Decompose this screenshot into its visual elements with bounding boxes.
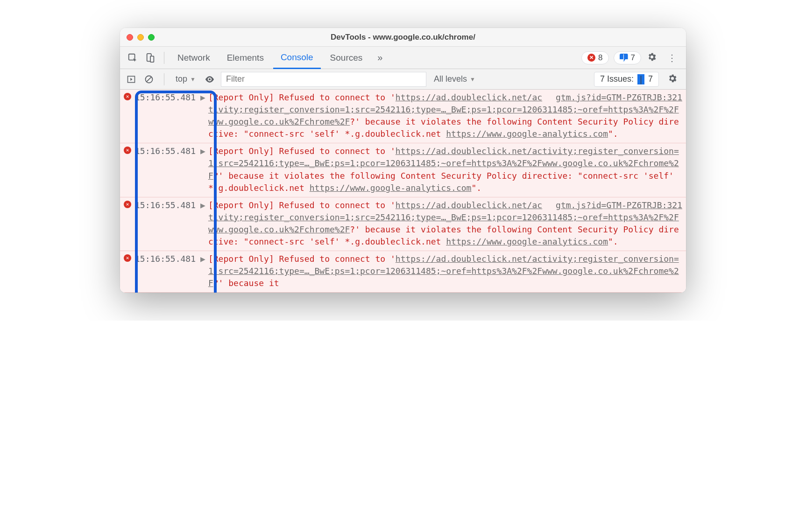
- console-area: ✕15:16:55.481▶gtm.js?id=GTM-PZ6TRJB:321[…: [120, 90, 686, 293]
- errors-badge[interactable]: ✕ 8: [581, 51, 608, 64]
- kebab-menu-icon[interactable]: ⋮: [663, 52, 681, 63]
- levels-label: All levels: [434, 74, 467, 84]
- expand-icon[interactable]: ▶: [199, 199, 208, 248]
- context-label: top: [176, 74, 187, 84]
- divider: [164, 73, 164, 85]
- message-text: [Report Only] Refused to connect to 'htt…: [208, 146, 679, 192]
- error-icon: ✕: [124, 199, 134, 248]
- url-link[interactable]: https://ad.doubleclick.net/activity;regi…: [208, 146, 679, 180]
- console-message: ✕15:16:55.481▶gtm.js?id=GTM-PZ6TRJB:321[…: [120, 90, 686, 143]
- message-icon: ❘: [637, 74, 644, 84]
- message-timestamp: 15:16:55.481: [134, 199, 199, 248]
- context-selector[interactable]: top ▼: [173, 74, 198, 84]
- tab-sources[interactable]: Sources: [323, 47, 370, 69]
- message-source-link[interactable]: gtm.js?id=GTM-PZ6TRJB:321: [556, 199, 682, 211]
- divider: [164, 52, 164, 64]
- errors-count: 8: [598, 53, 602, 63]
- issues-count: 7: [648, 74, 653, 84]
- tab-network[interactable]: Network: [170, 47, 218, 69]
- traffic-lights: [127, 34, 155, 41]
- chevron-down-icon: ▼: [470, 76, 475, 83]
- main-tabbar: Network Elements Console Sources » ✕ 8 ❘…: [120, 47, 686, 69]
- messages-badge[interactable]: ❘ 7: [614, 51, 641, 64]
- clear-console-icon[interactable]: [142, 73, 156, 86]
- zoom-window-button[interactable]: [148, 34, 155, 41]
- error-icon: ✕: [587, 54, 595, 62]
- settings-icon[interactable]: [643, 52, 661, 64]
- tab-elements[interactable]: Elements: [219, 47, 271, 69]
- filter-input[interactable]: [221, 72, 426, 87]
- issues-button[interactable]: 7 Issues: ❘ 7: [594, 72, 659, 87]
- error-icon: ✕: [124, 91, 134, 140]
- tab-console[interactable]: Console: [273, 47, 321, 69]
- console-settings-icon[interactable]: [664, 73, 681, 85]
- error-icon: ✕: [124, 253, 134, 289]
- message-timestamp: 15:16:55.481: [134, 91, 199, 140]
- expand-icon[interactable]: ▶: [199, 91, 208, 140]
- minimize-window-button[interactable]: [137, 34, 144, 41]
- devtools-window: DevTools - www.google.co.uk/chrome/ Netw…: [120, 28, 686, 293]
- svg-line-5: [147, 77, 152, 82]
- live-expression-icon[interactable]: [203, 73, 216, 86]
- console-toolbar: top ▼ All levels ▼ 7 Issues: ❘ 7: [120, 69, 686, 90]
- console-message: ✕15:16:55.481▶[Report Only] Refused to c…: [120, 251, 686, 293]
- close-window-button[interactable]: [127, 34, 133, 41]
- titlebar: DevTools - www.google.co.uk/chrome/: [120, 28, 686, 47]
- chevron-down-icon: ▼: [190, 76, 196, 83]
- device-toolbar-icon[interactable]: [142, 50, 158, 66]
- expand-icon[interactable]: ▶: [199, 253, 208, 289]
- toggle-sidebar-icon[interactable]: [125, 73, 138, 86]
- url-link[interactable]: https://www.google-analytics.com: [446, 237, 608, 246]
- window-title: DevTools - www.google.co.uk/chrome/: [120, 33, 686, 42]
- error-icon: ✕: [124, 145, 134, 194]
- svg-rect-2: [150, 56, 154, 62]
- message-timestamp: 15:16:55.481: [134, 145, 199, 194]
- message-timestamp: 15:16:55.481: [134, 253, 199, 289]
- url-link[interactable]: https://www.google-analytics.com: [310, 183, 472, 193]
- log-levels-selector[interactable]: All levels ▼: [431, 74, 478, 84]
- url-link[interactable]: https://ad.doubleclick.net/activity;regi…: [208, 254, 679, 288]
- expand-icon[interactable]: ▶: [199, 145, 208, 194]
- console-message: ✕15:16:55.481▶gtm.js?id=GTM-PZ6TRJB:321[…: [120, 197, 686, 251]
- url-link[interactable]: https://www.google-analytics.com: [446, 129, 608, 139]
- message-text: [Report Only] Refused to connect to 'htt…: [208, 254, 679, 288]
- message-icon: ❘: [620, 54, 628, 62]
- issues-label: 7 Issues:: [600, 74, 634, 84]
- badge-group: ✕ 8 ❘ 7: [581, 51, 641, 64]
- more-tabs-icon[interactable]: »: [372, 52, 388, 63]
- console-message: ✕15:16:55.481▶[Report Only] Refused to c…: [120, 143, 686, 197]
- messages-count: 7: [631, 53, 635, 63]
- message-source-link[interactable]: gtm.js?id=GTM-PZ6TRJB:321: [556, 91, 682, 104]
- inspect-element-icon[interactable]: [125, 50, 141, 66]
